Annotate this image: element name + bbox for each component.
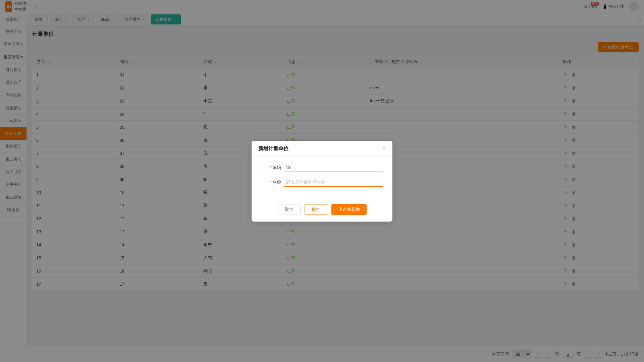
- modal-title: 新增计量单位: [258, 145, 288, 152]
- cancel-button[interactable]: 取消: [278, 204, 301, 215]
- save-new-button[interactable]: 保存并新增: [331, 204, 367, 215]
- name-label: 名称: [261, 179, 281, 185]
- add-unit-modal: 新增计量单位 × 编码 名称 取消 保存 保存并新增: [252, 141, 392, 222]
- modal-footer: 取消 保存 保存并新增: [252, 201, 392, 222]
- code-form-item: 编码: [261, 164, 383, 172]
- name-input[interactable]: [284, 178, 383, 187]
- modal-body: 编码 名称: [252, 156, 392, 201]
- save-button[interactable]: 保存: [305, 204, 327, 215]
- modal-header: 新增计量单位 ×: [252, 141, 392, 156]
- code-label: 编码: [261, 165, 281, 171]
- code-input[interactable]: [284, 164, 383, 172]
- modal-close-button[interactable]: ×: [382, 145, 386, 152]
- name-form-item: 名称: [261, 178, 383, 187]
- modal-overlay: 新增计量单位 × 编码 名称 取消 保存 保存并新增: [0, 0, 644, 362]
